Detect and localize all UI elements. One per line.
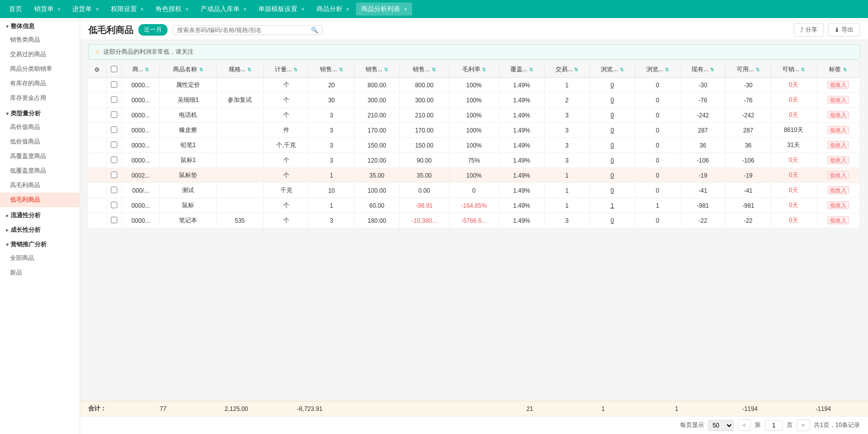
view1-cell[interactable]: 0 [590, 138, 635, 153]
row-checkbox[interactable] [111, 81, 117, 88]
nav-item-analysis[interactable]: 商品分析 × [311, 3, 354, 16]
per-page-select[interactable]: 50 100 200 [708, 420, 734, 431]
checkbox-cell[interactable] [106, 108, 121, 123]
col-name[interactable]: 商品名称 ⇅ [160, 62, 216, 78]
sidebar-group-marketing[interactable]: ▾ 营销推广分析 [0, 236, 80, 251]
checkbox-col-header[interactable] [106, 62, 121, 78]
view1-cell[interactable]: 0 [590, 153, 635, 168]
row-checkbox[interactable] [111, 96, 117, 103]
time-filter-recent-month[interactable]: 近一月 [138, 24, 167, 36]
sidebar-item-category-rate[interactable]: 商品分类助销率 [0, 62, 80, 76]
col-current[interactable]: 现有... ⇅ [680, 62, 726, 78]
checkbox-cell[interactable] [106, 138, 121, 153]
gross-rate-cell: 75% [449, 153, 499, 168]
search-box[interactable]: 🔍 [172, 25, 323, 35]
sidebar-item-high-value[interactable]: 高价值商品 [0, 120, 80, 134]
col-code[interactable]: 商... ⇅ [121, 62, 160, 78]
col-sellable[interactable]: 可销... ⇅ [771, 62, 816, 78]
sidebar-group-growth[interactable]: ▸ 成长性分析 [0, 222, 80, 236]
col-unit[interactable]: 计量... ⇅ [264, 62, 309, 78]
sidebar-item-high-coverage[interactable]: 高覆盖度商品 [0, 149, 80, 164]
col-sales-count[interactable]: 销售... ⇅ [309, 62, 354, 78]
row-checkbox[interactable] [111, 111, 117, 118]
close-icon[interactable]: × [244, 7, 247, 12]
prev-page-button[interactable]: ＜ [738, 419, 751, 431]
nav-item-product-entry[interactable]: 产成品入库单 × [196, 3, 251, 16]
row-checkbox[interactable] [111, 172, 117, 178]
sidebar-item-in-stock[interactable]: 有库存的商品 [0, 76, 80, 91]
col-view2[interactable]: 浏览... ⇅ [635, 62, 680, 78]
nav-item-home[interactable]: 首页 [4, 3, 27, 16]
checkbox-cell[interactable] [106, 153, 121, 168]
close-icon[interactable]: × [58, 7, 61, 12]
close-icon[interactable]: × [186, 7, 189, 12]
view1-cell[interactable]: 0 [590, 213, 635, 228]
settings-col-header[interactable]: ⚙ [88, 62, 106, 78]
sidebar-item-low-value[interactable]: 低价值商品 [0, 134, 80, 149]
checkbox-cell[interactable] [106, 198, 121, 213]
nav-item-permission[interactable]: 权限设置 × [106, 3, 148, 16]
nav-item-role[interactable]: 角色授权 × [150, 3, 193, 16]
view1-cell[interactable]: 0 [590, 168, 635, 183]
col-coverage[interactable]: 覆盖... ⇅ [499, 62, 544, 78]
view1-cell[interactable]: 0 [590, 123, 635, 138]
view1-cell[interactable]: 0 [590, 78, 635, 93]
nav-item-analysis-list[interactable]: 商品分析列表 × [356, 3, 412, 16]
close-icon[interactable]: × [141, 7, 144, 12]
select-all-checkbox[interactable] [111, 66, 117, 72]
col-sales-price[interactable]: 销售... ⇅ [354, 62, 399, 78]
share-button[interactable]: ⤴ 分享 [794, 23, 824, 37]
row-checkbox[interactable] [111, 187, 117, 193]
footer-available: -1194 [787, 405, 860, 412]
export-button[interactable]: ⬇ 导出 [828, 23, 860, 37]
view1-cell[interactable]: 0 [590, 183, 635, 198]
view1-cell[interactable]: 0 [590, 93, 635, 108]
sidebar-item-low-margin[interactable]: 低毛利商品 [0, 193, 80, 207]
sidebar-item-sales-products[interactable]: 销售类商品 [0, 33, 80, 47]
checkbox-cell[interactable] [106, 213, 121, 228]
row-checkbox[interactable] [111, 217, 117, 223]
sidebar-item-all-products[interactable]: 全部商品 [0, 251, 80, 265]
checkbox-cell[interactable] [106, 183, 121, 198]
checkbox-cell[interactable] [106, 93, 121, 108]
col-gross-rate[interactable]: 毛利率 ⇅ [449, 62, 499, 78]
row-checkbox[interactable] [111, 126, 117, 133]
sidebar-item-high-margin[interactable]: 高毛利商品 [0, 178, 80, 193]
nav-item-purchase[interactable]: 进货单 × [67, 3, 103, 16]
nav-item-template[interactable]: 单据模板设置 × [253, 3, 309, 16]
view1-cell[interactable]: 0 [590, 108, 635, 123]
sidebar-group-type-analysis[interactable]: ▾ 类型量分析 [0, 105, 80, 120]
nav-item-sales[interactable]: 销货单 × [29, 3, 65, 16]
row-checkbox[interactable] [111, 141, 117, 148]
sidebar-item-new-products[interactable]: 新品 [0, 265, 80, 280]
checkbox-cell[interactable] [106, 123, 121, 138]
close-icon[interactable]: × [346, 7, 349, 12]
row-checkbox[interactable] [111, 157, 117, 163]
col-tag[interactable]: 标签 ⇅ [816, 62, 860, 78]
sidebar-item-traded-products[interactable]: 交易过的商品 [0, 47, 80, 62]
close-icon[interactable]: × [96, 7, 99, 12]
close-icon[interactable]: × [301, 7, 304, 12]
next-page-button[interactable]: ＞ [797, 419, 810, 431]
spec-cell: 535 [216, 213, 263, 228]
view1-cell[interactable]: 1 [590, 198, 635, 213]
table-container[interactable]: ⚙ 商... ⇅ 商品名称 ⇅ 规格... ⇅ 计量... ⇅ 销售... ⇅ … [80, 62, 868, 401]
available-cell: 287 [726, 123, 771, 138]
page-number-input[interactable] [765, 420, 783, 430]
sidebar-item-low-coverage[interactable]: 低覆盖度商品 [0, 164, 80, 178]
col-available[interactable]: 可用... ⇅ [726, 62, 771, 78]
search-icon[interactable]: 🔍 [311, 27, 318, 34]
checkbox-cell[interactable] [106, 78, 121, 93]
checkbox-cell[interactable] [106, 168, 121, 183]
row-checkbox[interactable] [111, 202, 117, 208]
sidebar-group-overall[interactable]: ▾ 整体信息 [0, 18, 80, 33]
sidebar-group-circulation[interactable]: ▸ 流通性分析 [0, 207, 80, 222]
col-sales-profit[interactable]: 销售... ⇅ [400, 62, 449, 78]
search-input[interactable] [177, 27, 311, 34]
available-cell: -242 [726, 108, 771, 123]
sidebar-item-stock-capital[interactable]: 库存资金占用 [0, 91, 80, 105]
col-view1[interactable]: 浏览... ⇅ [590, 62, 635, 78]
col-spec[interactable]: 规格... ⇅ [216, 62, 263, 78]
close-icon[interactable]: × [404, 7, 407, 12]
col-trade[interactable]: 交易... ⇅ [544, 62, 589, 78]
